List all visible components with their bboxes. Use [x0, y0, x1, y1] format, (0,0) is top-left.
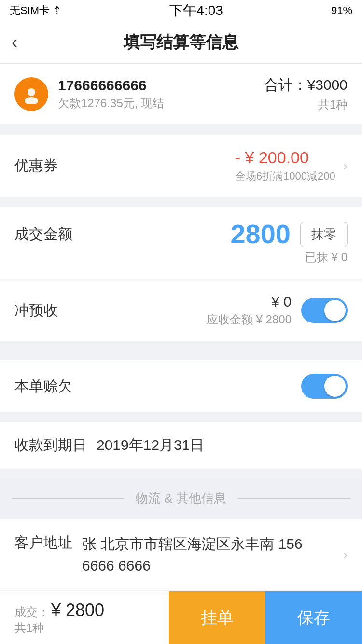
logistics-text: 物流 & 其他信息	[136, 490, 226, 507]
amount-right: 2800 抹零	[230, 221, 348, 248]
divider-3	[0, 341, 362, 350]
due-date-value: 2019年12月31日	[97, 435, 204, 455]
customer-debt: 欠款1276.35元, 现结	[58, 96, 164, 111]
status-bar: 无SIM卡 ⇡ 下午4:03 91%	[0, 0, 362, 21]
toggle-knob	[324, 300, 346, 321]
divider-1	[0, 125, 362, 135]
footer-count: 共1种	[14, 620, 154, 636]
customer-count: 共1种	[264, 97, 348, 112]
back-button[interactable]: ‹	[12, 32, 17, 53]
round-button[interactable]: 抹零	[300, 222, 348, 247]
coupon-label: 优惠券	[14, 156, 58, 176]
prepayment-label: 冲预收	[14, 301, 58, 321]
status-left: 无SIM卡 ⇡	[10, 3, 61, 18]
svg-point-1	[25, 97, 38, 104]
svg-point-0	[28, 88, 35, 96]
sim-status: 无SIM卡 ⇡	[10, 3, 61, 18]
prepayment-toggle[interactable]	[301, 298, 348, 323]
arrears-label: 本单赊欠	[14, 377, 72, 396]
prepayment-row: 冲预收 ¥ 0 应收金额 ¥ 2800	[0, 280, 362, 341]
arrears-section: 本单赊欠	[0, 360, 362, 412]
footer: 成交： ¥ 2800 共1种 挂单 保存	[0, 591, 362, 644]
status-right: 91%	[331, 4, 352, 17]
customer-info: 17666666666 欠款1276.35元, 现结	[58, 77, 164, 111]
coupon-amount: - ¥ 200.00	[235, 148, 335, 167]
divider-2	[0, 197, 362, 207]
customer-card: 17666666666 欠款1276.35元, 现结 合计：¥3000 共1种	[0, 64, 362, 124]
due-date-label: 收款到期日	[14, 435, 87, 455]
nav-bar: ‹ 填写结算等信息	[0, 21, 362, 64]
customer-left: 17666666666 欠款1276.35元, 现结	[14, 77, 164, 111]
amount-section: 成交金额 2800 抹零 已抹 ¥ 0	[0, 207, 362, 279]
customer-total: 合计：¥3000	[264, 75, 348, 95]
avatar	[14, 77, 48, 111]
save-button[interactable]: 保存	[265, 591, 362, 644]
chevron-right-icon: ›	[343, 158, 348, 174]
divider-line-right	[238, 498, 350, 499]
address-value: 张 北京市市辖区海淀区永丰南 156 6666 6666	[82, 533, 338, 576]
footer-trans-label: 成交：	[14, 604, 49, 620]
address-label: 客户地址	[14, 533, 72, 553]
customer-right: 合计：¥3000 共1种	[264, 75, 348, 112]
status-time: 下午4:03	[169, 1, 223, 20]
amount-label: 成交金额	[14, 224, 72, 244]
customer-phone: 17666666666	[58, 77, 164, 94]
hang-button[interactable]: 挂单	[169, 591, 265, 644]
main-content: 17666666666 欠款1276.35元, 现结 合计：¥3000 共1种 …	[0, 64, 362, 644]
coupon-desc: 全场6折满1000减200	[235, 169, 335, 183]
address-chevron-icon: ›	[343, 547, 348, 562]
due-date-section: 收款到期日 2019年12月31日	[0, 422, 362, 469]
prepayment-amount: ¥ 0	[271, 294, 292, 310]
amount-sub: 已抹 ¥ 0	[305, 251, 348, 264]
page-title: 填写结算等信息	[124, 31, 238, 54]
battery-level: 91%	[331, 4, 352, 17]
footer-amount-row: 成交： ¥ 2800	[14, 600, 154, 620]
logistics-divider: 物流 & 其他信息	[0, 478, 362, 518]
coupon-info: - ¥ 200.00 全场6折满1000减200	[235, 148, 335, 183]
amount-row: 成交金额 2800 抹零	[14, 221, 348, 248]
coupon-right: - ¥ 200.00 全场6折满1000减200 ›	[235, 148, 348, 183]
coupon-row[interactable]: 优惠券 - ¥ 200.00 全场6折满1000减200 ›	[0, 135, 362, 197]
amount-value: 2800	[230, 221, 291, 248]
footer-info: 成交： ¥ 2800 共1种	[0, 600, 169, 636]
prepayment-sub: 应收金额 ¥ 2800	[207, 312, 292, 327]
arrears-toggle-knob	[324, 376, 346, 397]
footer-amount: ¥ 2800	[51, 600, 104, 620]
arrears-toggle[interactable]	[301, 374, 348, 399]
divider-line-left	[12, 498, 124, 499]
prepayment-info: ¥ 0 应收金额 ¥ 2800	[207, 294, 292, 327]
address-section[interactable]: 客户地址 张 北京市市辖区海淀区永丰南 156 6666 6666 ›	[0, 519, 362, 590]
